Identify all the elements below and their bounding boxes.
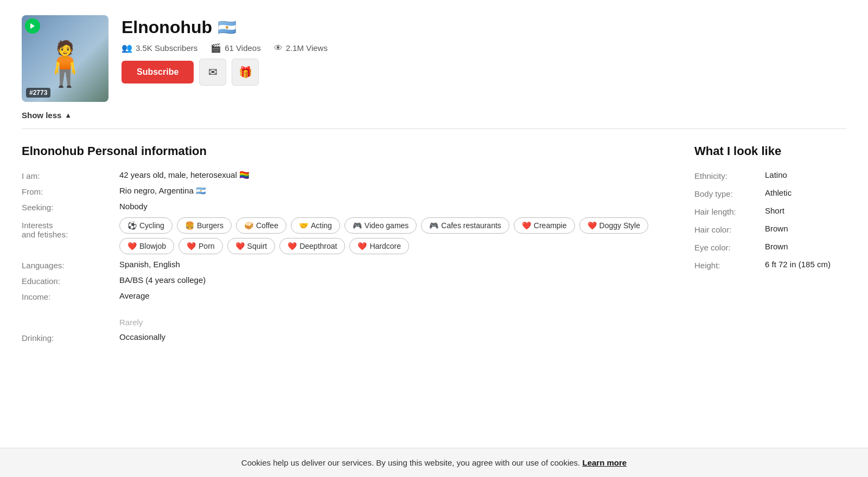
videogames-icon: 🎮: [353, 221, 362, 230]
videos-icon: 🎬: [210, 43, 221, 53]
burgers-icon: 🍔: [185, 221, 194, 230]
subscribers-icon: 👥: [122, 43, 132, 53]
views-value: 2.1M Views: [286, 43, 328, 53]
views-stat: 👁 2.1M Views: [274, 43, 328, 53]
message-icon: ✉: [208, 66, 218, 79]
main-content: Elnonohub Personal information I am: 42 …: [0, 129, 868, 318]
acting-icon: 🤝: [299, 221, 308, 230]
eye-color-value: Brown: [765, 242, 846, 251]
profile-header: 🧍 #2773 Elnonohub 🇦🇷 👥 3.5K Subscribers …: [0, 0, 868, 111]
eye-color-label: Eye color:: [694, 242, 765, 252]
iam-label: I am:: [22, 170, 119, 181]
iam-row: I am: 42 years old, male, heterosexual 🏳…: [22, 170, 662, 181]
svg-marker-0: [30, 23, 35, 29]
seeking-row: Seeking: Nobody: [22, 202, 662, 212]
from-value: Rio negro, Argentina 🇦🇷: [119, 186, 662, 196]
squirt-icon: ❤️: [235, 242, 245, 250]
languages-row: Languages: Spanish, English: [22, 260, 662, 270]
interest-hardcore: ❤️Hardcore: [349, 238, 409, 254]
hair-length-label: Hair length:: [694, 206, 765, 216]
look-title: What I look like: [694, 144, 846, 158]
look-section: What I look like Ethnicity: Latino Body …: [662, 144, 846, 307]
interest-videogames: 🎮Video games: [344, 217, 417, 234]
porn-icon: ❤️: [187, 242, 196, 250]
height-label: Height:: [694, 260, 765, 270]
hardcore-icon: ❤️: [358, 242, 367, 250]
interest-blowjob: ❤️Blowjob: [119, 238, 174, 254]
interests-row: Interestsand fetishes: ⚽Cycling 🍔Burgers…: [22, 217, 662, 254]
seeking-label: Seeking:: [22, 202, 119, 212]
body-value: Athletic: [765, 188, 846, 197]
profile-actions: Subscribe ✉ 🎁: [122, 59, 328, 86]
body-label: Body type:: [694, 188, 765, 198]
languages-label: Languages:: [22, 260, 119, 270]
height-value: 6 ft 72 in (185 cm): [765, 260, 846, 269]
doggystyle-icon: ❤️: [588, 221, 597, 230]
income-row: Income: Average: [22, 291, 662, 301]
ethnicity-label: Ethnicity:: [694, 170, 765, 181]
coffee-icon: 🥪: [244, 221, 253, 230]
cafes-icon: 🎮: [429, 221, 438, 230]
languages-value: Spanish, English: [119, 260, 662, 269]
avatar-figure: 🧍: [38, 42, 92, 86]
personal-info-section: Elnonohub Personal information I am: 42 …: [22, 144, 662, 307]
blowjob-icon: ❤️: [127, 242, 137, 250]
interest-burgers: 🍔Burgers: [177, 217, 232, 234]
hair-length-value: Short: [765, 206, 846, 215]
rank-badge: #2773: [26, 88, 50, 98]
drinking-row: Drinking: Occasionally: [22, 332, 846, 343]
creampie-icon: ❤️: [522, 221, 531, 230]
play-icon[interactable]: [25, 18, 40, 34]
drinking-label: Drinking:: [22, 332, 119, 343]
drinking-value: Occasionally: [119, 332, 846, 341]
education-label: Education:: [22, 275, 119, 286]
cycling-icon: ⚽: [127, 221, 137, 230]
iam-value: 42 years old, male, heterosexual 🏳️‍🌈: [119, 170, 662, 180]
profile-name: Elnonohub: [122, 17, 212, 37]
hair-color-label: Hair color:: [694, 224, 765, 234]
hair-color-value: Brown: [765, 224, 846, 233]
interest-cycling: ⚽Cycling: [119, 217, 173, 234]
interest-cafes: 🎮Cafes restaurants: [421, 217, 509, 234]
profile-info: Elnonohub 🇦🇷 👥 3.5K Subscribers 🎬 61 Vid…: [122, 15, 328, 86]
education-row: Education: BA/BS (4 years college): [22, 275, 662, 286]
from-row: From: Rio negro, Argentina 🇦🇷: [22, 186, 662, 196]
show-less-label: Show less: [22, 111, 61, 120]
personal-info-title: Elnonohub Personal information: [22, 144, 662, 158]
interest-squirt: ❤️Squirt: [227, 238, 276, 254]
interest-deepthroat: ❤️Deepthroat: [279, 238, 345, 254]
profile-flag: 🇦🇷: [218, 18, 237, 36]
subscribe-button[interactable]: Subscribe: [122, 61, 194, 83]
show-less-toggle[interactable]: Show less ▲: [0, 111, 868, 128]
seeking-value: Nobody: [119, 202, 662, 211]
interest-porn: ❤️Porn: [178, 238, 223, 254]
views-icon: 👁: [274, 43, 283, 53]
subscribers-value: 3.5K Subscribers: [136, 43, 197, 53]
interest-acting: 🤝Acting: [291, 217, 340, 234]
look-table: Ethnicity: Latino Body type: Athletic Ha…: [694, 170, 846, 270]
hair-color-row: Hair color: Brown: [694, 224, 846, 234]
interests-label: Interestsand fetishes:: [22, 217, 119, 239]
profile-stats: 👥 3.5K Subscribers 🎬 61 Videos 👁 2.1M Vi…: [122, 43, 328, 53]
subscribers-stat: 👥 3.5K Subscribers: [122, 43, 197, 53]
gift-button[interactable]: 🎁: [232, 59, 259, 86]
ethnicity-row: Ethnicity: Latino: [694, 170, 846, 181]
profile-name-row: Elnonohub 🇦🇷: [122, 17, 328, 37]
chevron-up-icon: ▲: [65, 111, 72, 119]
interest-creampie: ❤️Creampie: [514, 217, 575, 234]
body-row: Body type: Athletic: [694, 188, 846, 198]
eye-color-row: Eye color: Brown: [694, 242, 846, 252]
income-value: Average: [119, 291, 662, 300]
videos-stat: 🎬 61 Videos: [210, 43, 260, 53]
smoking-value: Rarely: [119, 318, 846, 327]
smoking-row: Rarely: [22, 318, 846, 327]
interest-doggystyle: ❤️Doggy Style: [579, 217, 648, 234]
interests-list: ⚽Cycling 🍔Burgers 🥪Coffee 🤝Acting 🎮Video…: [119, 217, 662, 254]
income-label: Income:: [22, 291, 119, 301]
deepthroat-icon: ❤️: [288, 242, 297, 250]
message-button[interactable]: ✉: [199, 59, 226, 86]
videos-value: 61 Videos: [225, 43, 260, 53]
avatar-wrap: 🧍 #2773: [22, 15, 108, 102]
height-row: Height: 6 ft 72 in (185 cm): [694, 260, 846, 270]
ethnicity-value: Latino: [765, 170, 846, 179]
